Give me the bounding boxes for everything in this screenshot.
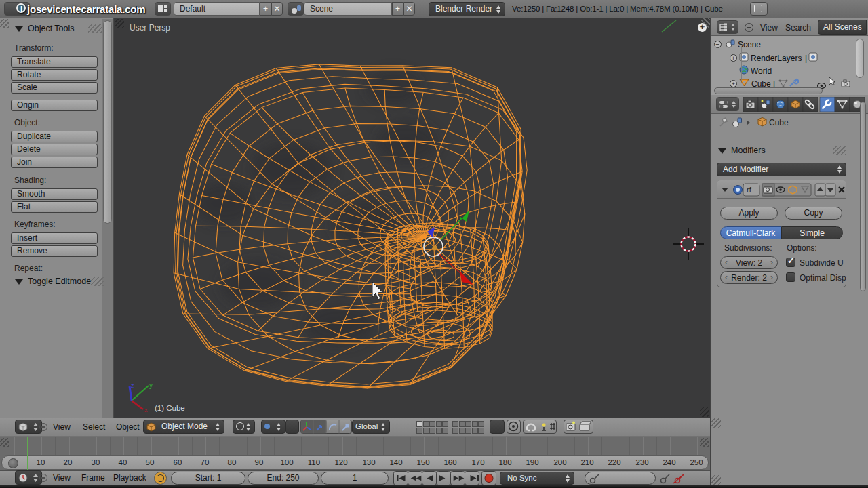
svg-text:z: z: [131, 382, 134, 389]
svg-text:rf: rf: [747, 186, 752, 194]
svg-text:x: x: [144, 407, 148, 413]
svg-text:y: y: [149, 382, 153, 389]
